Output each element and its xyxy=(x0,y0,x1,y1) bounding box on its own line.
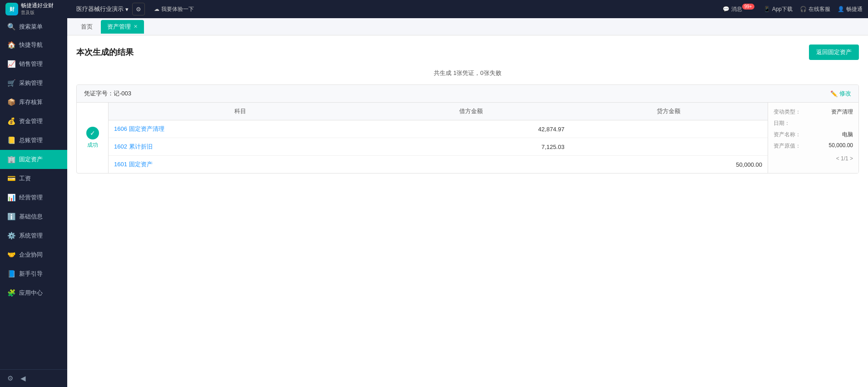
sidebar-item-app-center[interactable]: 🧩 应用中心 xyxy=(0,283,67,303)
company-selector[interactable]: 医疗器械行业演示 ▾ xyxy=(76,5,129,13)
user-menu[interactable]: 👤 畅捷通 xyxy=(838,5,863,13)
sidebar-item-enterprise[interactable]: 🤝 企业协同 xyxy=(0,245,67,264)
username-label: 畅捷通 xyxy=(846,5,863,13)
operations-icon: 📊 xyxy=(7,194,15,202)
asset-name-row: 资产名称： 电脑 xyxy=(774,131,853,139)
sidebar-quick-nav-label: 快捷导航 xyxy=(19,41,43,49)
ledger-icon: 📒 xyxy=(7,136,15,144)
search-icon: 🔍 xyxy=(7,23,15,31)
edit-label: 修改 xyxy=(839,89,851,98)
company-name: 医疗器械行业演示 xyxy=(76,5,124,13)
status-text: 成功 xyxy=(87,141,98,149)
system-icon: ⚙️ xyxy=(7,232,15,240)
subject-cell-2: 1602 累计折旧 xyxy=(109,138,372,156)
bottom-settings-icon[interactable]: ⚙ xyxy=(7,374,13,382)
sidebar-fixed-assets-label: 固定资产 xyxy=(19,155,43,164)
sidebar-ledger-label: 总账管理 xyxy=(19,136,43,144)
tab-home[interactable]: 首页 xyxy=(74,20,99,34)
table-row: 1606 固定资产清理 42,874.97 xyxy=(109,120,768,138)
notification-button[interactable]: 💬 消息 99+ xyxy=(723,5,756,13)
cloud-icon: ☁ xyxy=(154,6,159,12)
asset-name-label: 资产名称： xyxy=(774,131,801,139)
voucher-table-wrap: 科目 借方金额 贷方金额 1606 固定资产清理 xyxy=(109,103,768,173)
experience-button[interactable]: ☁ 我要体验一下 xyxy=(154,5,194,13)
app-download-button[interactable]: 📱 App下载 xyxy=(764,5,793,13)
topbar-right: 💬 消息 99+ 📱 App下载 🎧 在线客服 👤 畅捷通 xyxy=(723,5,863,13)
tab-close-icon[interactable]: ✕ xyxy=(134,24,138,30)
online-support-button[interactable]: 🎧 在线客服 xyxy=(800,5,830,13)
right-panel: 变动类型： 资产清理 日期： 资产名称： 电脑 资产原值： xyxy=(768,103,858,173)
credit-cell-1 xyxy=(570,120,768,138)
sidebar-item-ledger[interactable]: 📒 总账管理 xyxy=(0,131,67,150)
notification-label: 消息 xyxy=(731,5,742,13)
sidebar-item-purchase[interactable]: 🛒 采购管理 xyxy=(0,74,67,93)
change-type-label: 变动类型： xyxy=(774,108,801,116)
sidebar-item-system[interactable]: ⚙️ 系统管理 xyxy=(0,226,67,245)
fixed-assets-icon: 🏢 xyxy=(7,155,15,164)
return-button[interactable]: 返回固定资产 xyxy=(809,45,859,60)
pagination[interactable]: < 1/1 > xyxy=(774,155,853,162)
sidebar-item-fixed-assets[interactable]: 🏢 固定资产 xyxy=(0,150,67,169)
notification-badge: 99+ xyxy=(742,4,754,10)
app-logo: 财 畅捷通好业财 普及版 xyxy=(5,2,73,16)
sidebar-item-funds[interactable]: 💰 资金管理 xyxy=(0,112,67,131)
tab-home-label: 首页 xyxy=(81,23,93,31)
tab-asset-management[interactable]: 资产管理 ✕ xyxy=(101,20,144,34)
voucher-header: 凭证字号：记-003 ✏️ 修改 xyxy=(77,85,858,103)
user-icon: 👤 xyxy=(838,6,844,12)
asset-name-value: 电脑 xyxy=(842,131,853,139)
sidebar-item-guide[interactable]: 📘 新手引导 xyxy=(0,264,67,283)
sidebar-item-quick-nav[interactable]: 🏠 快捷导航 xyxy=(0,35,67,55)
credit-cell-3: 50,000.00 xyxy=(570,156,768,174)
settings-button[interactable]: ⚙ xyxy=(132,3,145,15)
sidebar-item-inventory[interactable]: 📦 库存核算 xyxy=(0,93,67,112)
page-title: 本次生成的结果 xyxy=(76,47,134,58)
table-row: 1601 固定资产 50,000.00 xyxy=(109,156,768,174)
gear-icon: ⚙ xyxy=(136,6,141,13)
subject-cell-3: 1601 固定资产 xyxy=(109,156,372,174)
change-type-row: 变动类型： 资产清理 xyxy=(774,108,853,116)
salary-icon: 💳 xyxy=(7,174,15,183)
subject-link-2[interactable]: 1602 累计折旧 xyxy=(114,143,153,150)
debit-cell-2: 7,125.03 xyxy=(372,138,570,156)
tab-bar: 首页 资产管理 ✕ xyxy=(67,18,868,35)
sidebar-item-search[interactable]: 🔍 搜索菜单 xyxy=(0,18,67,35)
sidebar-search-label: 搜索菜单 xyxy=(19,23,43,31)
subject-link-1[interactable]: 1606 固定资产清理 xyxy=(114,125,164,132)
sidebar: 🔍 搜索菜单 🏠 快捷导航 📈 销售管理 🛒 采购管理 📦 库存核算 💰 资金管… xyxy=(0,18,67,387)
success-icon: ✓ xyxy=(86,127,99,139)
status-cell: ✓ 成功 xyxy=(77,103,109,173)
date-row: 日期： xyxy=(774,119,853,127)
change-type-value: 资产清理 xyxy=(831,108,853,116)
home-icon: 🏠 xyxy=(7,41,15,49)
result-summary: 共生成 1张凭证，0张失败 xyxy=(76,69,859,77)
sidebar-item-sales[interactable]: 📈 销售管理 xyxy=(0,55,67,74)
app-name: 畅捷通好业财 xyxy=(21,2,54,10)
page-content: 本次生成的结果 返回固定资产 共生成 1张凭证，0张失败 凭证字号：记-003 … xyxy=(67,35,868,387)
company-dropdown-icon: ▾ xyxy=(125,6,129,13)
sidebar-enterprise-label: 企业协同 xyxy=(19,251,43,259)
guide-icon: 📘 xyxy=(7,270,15,278)
sidebar-salary-label: 工资 xyxy=(19,174,31,183)
sidebar-item-basic-info[interactable]: ℹ️ 基础信息 xyxy=(0,207,67,226)
voucher-layout: ✓ 成功 科目 借方金额 贷方金额 xyxy=(77,103,858,173)
basic-info-icon: ℹ️ xyxy=(7,213,15,221)
sidebar-system-label: 系统管理 xyxy=(19,232,43,240)
sidebar-item-salary[interactable]: 💳 工资 xyxy=(0,169,67,188)
voucher-number: 凭证字号：记-003 xyxy=(84,89,131,98)
subject-link-3[interactable]: 1601 固定资产 xyxy=(114,161,153,168)
col-header-credit: 贷方金额 xyxy=(570,103,768,120)
notification-icon: 💬 xyxy=(723,6,729,12)
collapse-sidebar-icon[interactable]: ◀ xyxy=(20,374,26,382)
sidebar-purchase-label: 采购管理 xyxy=(19,79,43,87)
support-icon: 🎧 xyxy=(800,6,807,12)
edit-button[interactable]: ✏️ 修改 xyxy=(830,89,851,98)
sidebar-funds-label: 资金管理 xyxy=(19,117,43,125)
debit-cell-1: 42,874.97 xyxy=(372,120,570,138)
topbar-center: 医疗器械行业演示 ▾ ⚙ ☁ 我要体验一下 xyxy=(73,3,723,15)
table-row: 1602 累计折旧 7,125.03 xyxy=(109,138,768,156)
credit-cell-2 xyxy=(570,138,768,156)
sidebar-guide-label: 新手引导 xyxy=(19,270,43,278)
asset-original-row: 资产原值： 50,000.00 xyxy=(774,142,853,150)
sidebar-item-operations[interactable]: 📊 经营管理 xyxy=(0,188,67,207)
